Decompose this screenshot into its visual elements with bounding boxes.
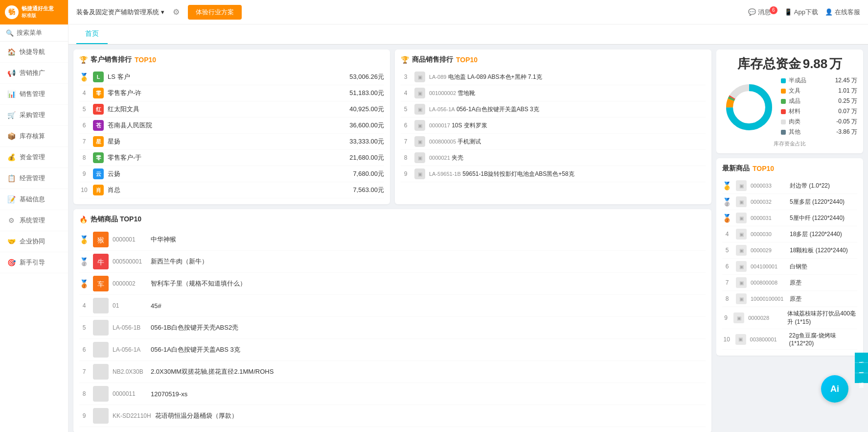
sidebar-item-operations[interactable]: 📋 经营管理 (0, 168, 68, 189)
sidebar-item-collab[interactable]: 🤝 企业协同 (0, 231, 68, 252)
sidebar-item-label: 采购管理 (20, 111, 45, 120)
new-prod-icon: ▣ (736, 245, 747, 256)
rank-num: 8 (79, 390, 89, 397)
product-ranking-title: 🏆 商品销售排行 TOP10 (401, 55, 706, 64)
message-button[interactable]: 💬 消息 6 (748, 8, 777, 17)
customer-top10-badge: TOP10 (135, 56, 156, 64)
operations-icon: 📋 (7, 174, 16, 183)
sidebar-logo-text: 畅捷通好生意 (22, 5, 54, 12)
new-prod-code: 0000033 (751, 183, 786, 189)
product-info: LA-59651-1B 59651-1B旋转投影灯电池盒ABS黑色+58克 (429, 170, 706, 178)
legend-val: 1.01 万 (838, 87, 857, 95)
sidebar-item-inventory[interactable]: 📦 库存核算 (0, 126, 68, 147)
legend-label: 半成品 (789, 76, 832, 85)
customer-name: 红太阳文具 (108, 105, 345, 114)
sidebar-item-sales[interactable]: 📊 销售管理 (0, 84, 68, 105)
product-rank-row: 7 ▣ 000800005 手机测试 (401, 134, 706, 150)
new-product-row: 5 ▣ 0000029 18颗粒板 (1220*2440) (722, 242, 857, 259)
product-info: 001000002 雪地靴 (429, 89, 706, 97)
customer-name: 苍南县人民医院 (108, 121, 345, 130)
float-buttons: 客服热线 服务社区 直播 (855, 353, 868, 383)
topbar: 装备及固定资产辅助管理系统 ▾ ⚙ 体验行业方案 💬 消息 6 📱 App下载 … (69, 0, 868, 24)
customer-rank-icon: 红 (93, 104, 104, 115)
product-icon: ▣ (414, 136, 425, 147)
product-rank-row: 6 ▣ 0000017 10S 变料罗浆 (401, 118, 706, 134)
product-info: LA-056-1A 056-1A白色按键开关盖ABS 3克 (429, 105, 706, 114)
sidebar-item-system[interactable]: ⚙ 系统管理 (0, 210, 68, 231)
hot-item-img (93, 298, 109, 313)
float-btn-community[interactable]: 服务社区 (855, 363, 868, 373)
product-info: LA-089 电池盖 LA-089 ABS本色+黑种 7.1克 (429, 73, 706, 81)
online-service-label: 在线客服 (835, 8, 860, 17)
product-rank-row: 5 ▣ LA-056-1A 056-1A白色按键开关盖ABS 3克 (401, 101, 706, 118)
middle-section: 🏆 客户销售排行 TOP10 🥇 L LS 客户 53,006.26元 4 零 … (69, 45, 716, 432)
trial-button[interactable]: 体验行业方案 (188, 5, 242, 20)
customer-value: 36,600.00元 (349, 121, 384, 130)
legend-item: 肉类 -0.05 万 (781, 118, 857, 126)
legend-label: 其他 (789, 128, 833, 136)
product-icon: ▣ (414, 168, 425, 179)
medal-icon: 🥈 (722, 197, 732, 207)
dropdown-arrow-icon: ▾ (161, 8, 164, 16)
product-code: LA-59651-1B (429, 171, 461, 177)
new-product-row: 4 ▣ 0000030 18多层 (1220*2440) (722, 226, 857, 242)
product-name: 手机测试 (457, 138, 481, 145)
main-area: 装备及固定资产辅助管理系统 ▾ ⚙ 体验行业方案 💬 消息 6 📱 App下载 … (69, 0, 868, 432)
customer-rank-row: 9 云 云扬 7,680.00元 (79, 166, 384, 182)
rank-num: 4 (722, 231, 732, 238)
hot-item-row: 8 0000011 12070519-xs (79, 383, 706, 405)
svg-rect-6 (93, 298, 109, 313)
sidebar-item-marketing[interactable]: 📢 营销推广 (0, 63, 68, 84)
rank-num: 4 (401, 90, 411, 96)
new-product-row: 🥈 ▣ 0000032 5厘多层 (1220*2440) (722, 194, 857, 210)
sidebar-item-label: 基础信息 (20, 195, 45, 204)
ai-bubble[interactable]: Ai (821, 375, 848, 403)
legend-dot (781, 78, 786, 83)
rank-num: 7 (79, 368, 89, 375)
rank-num: 4 (79, 302, 89, 309)
customer-value: 40,925.00元 (349, 105, 384, 114)
inventory-label-below: 库存资金占比 (722, 140, 857, 147)
sidebar-item-home[interactable]: 🏠 快捷导航 (0, 42, 68, 63)
legend-val: 0.07 万 (838, 107, 857, 116)
medal-icon: 🥇 (722, 181, 732, 191)
new-prod-code: 0000030 (751, 231, 786, 237)
new-products-top10: TOP10 (753, 165, 774, 172)
settings-button[interactable]: ⚙ (169, 5, 183, 19)
sidebar-logo: 畅 畅捷通好生意 标准版 (0, 0, 68, 24)
tab-home[interactable]: 首页 (76, 24, 108, 44)
sidebar-item-finance[interactable]: 💰 资金管理 (0, 147, 68, 168)
rank-num: 9 (79, 412, 89, 419)
rank-num: 8 (722, 295, 732, 302)
inventory-card: 库存总资金 9.88 万 (716, 49, 863, 153)
float-btn-live[interactable]: 直播 (855, 373, 868, 383)
new-prod-name: 原垄 (790, 279, 801, 287)
new-prod-code: 0000028 (748, 315, 783, 321)
sidebar-item-purchase[interactable]: 🛒 采购管理 (0, 105, 68, 126)
sidebar-search[interactable]: 🔍 搜索菜单 (0, 24, 68, 42)
new-prod-code: 000800008 (751, 280, 786, 286)
product-info: 000800005 手机测试 (429, 138, 706, 146)
sidebar-item-basic[interactable]: 📝 基础信息 (0, 189, 68, 210)
product-code: 0000017 (429, 122, 450, 128)
online-service-button[interactable]: 👤 在线客服 (825, 8, 860, 17)
new-prod-icon: ▣ (736, 196, 747, 207)
system-title-dropdown[interactable]: 装备及固定资产辅助管理系统 ▾ (76, 8, 164, 17)
app-download-button[interactable]: 📱 App下载 (784, 8, 818, 17)
float-btn-service[interactable]: 客服热线 (855, 353, 868, 363)
logo-icon: 畅 (5, 5, 19, 19)
legend-list: 半成品 12.45 万 文具 1.01 万 成品 0.25 万 (781, 76, 857, 138)
service-icon: 👤 (825, 8, 833, 16)
new-prod-icon: ▣ (736, 277, 747, 288)
rank-num: 5 (79, 106, 89, 113)
customer-name: 星扬 (108, 137, 345, 146)
customer-ranking-title: 🏆 客户销售排行 TOP10 (79, 55, 384, 64)
rank-num: 9 (401, 170, 411, 177)
legend-item: 半成品 12.45 万 (781, 76, 857, 85)
rank-num: 6 (722, 263, 732, 270)
new-prod-name: 原垄 (790, 295, 801, 303)
rank-num: 7 (722, 279, 732, 286)
sidebar: 畅 畅捷通好生意 标准版 🔍 搜索菜单 🏠 快捷导航 📢 营销推广 📊 销售管理… (0, 0, 69, 432)
sidebar-item-guide[interactable]: 🎯 新手引导 (0, 252, 68, 273)
medal-icon: 🥈 (79, 257, 89, 266)
